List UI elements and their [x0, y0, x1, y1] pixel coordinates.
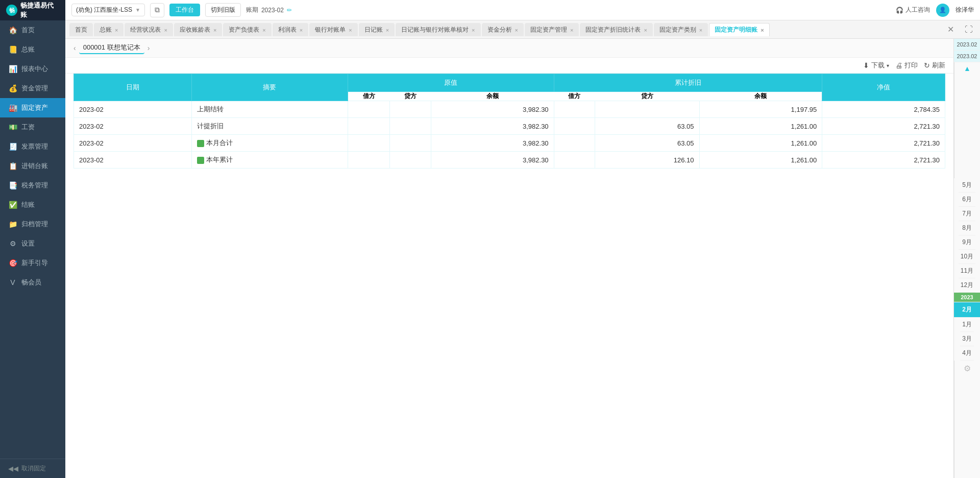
- up-arrow-icon[interactable]: ▲: [954, 62, 981, 178]
- sidebar-item-settle[interactable]: ✅结账: [0, 195, 65, 214]
- cell-debit1: [348, 135, 389, 152]
- refresh-button[interactable]: ↻ 刷新: [924, 61, 945, 70]
- period-month-11月[interactable]: 11月: [959, 264, 975, 278]
- unpin-button[interactable]: ◀◀ 取消固定: [0, 459, 65, 478]
- cell-debit2: [554, 101, 595, 118]
- tab-close-status[interactable]: ×: [164, 27, 167, 33]
- sidebar-item-invoice[interactable]: 🧾发票管理: [0, 137, 65, 156]
- tab-close-journal_bank[interactable]: ×: [472, 27, 475, 33]
- sidebar-item-home[interactable]: 🏠首页: [0, 20, 65, 40]
- customer-service-button[interactable]: 🎧 人工咨询: [896, 6, 930, 14]
- tab-fa_depr[interactable]: 固定资产折旧统计表×: [580, 23, 652, 36]
- copy-icon[interactable]: ⧉: [150, 3, 164, 17]
- tab-assets[interactable]: 资产负债表×: [223, 23, 271, 36]
- nav-forward-icon[interactable]: ›: [148, 44, 150, 52]
- tab-close-fa_category[interactable]: ×: [699, 27, 702, 33]
- period-month-after-3月[interactable]: 3月: [960, 332, 974, 346]
- col-balance2: 余额: [699, 92, 822, 101]
- period-month-5月[interactable]: 5月: [959, 178, 975, 193]
- tab-fa_mgmt[interactable]: 固定资产管理×: [525, 23, 579, 36]
- cell-credit1: [390, 135, 431, 152]
- tab-journal_bank[interactable]: 日记账与银行对账单核对×: [396, 23, 480, 36]
- refresh-label: 刷新: [932, 61, 945, 70]
- table-container: 日期 摘要 原值 累计折旧 净值 借方 贷方 余额 借方 贷方 余额: [65, 74, 953, 478]
- tab-close-fa_depr[interactable]: ×: [644, 27, 647, 33]
- cell-credit1: [390, 152, 431, 169]
- cell-balance1: 3,982.30: [431, 118, 554, 135]
- tab-close-fund_analysis[interactable]: ×: [515, 27, 518, 33]
- tab-general[interactable]: 总账×: [94, 23, 124, 36]
- sidebar-label-settings: 设置: [21, 239, 35, 248]
- tab-label-fa_detail: 固定资产明细账: [715, 26, 757, 34]
- edit-icon[interactable]: ✏: [287, 7, 292, 14]
- tab-status[interactable]: 经营状况表×: [125, 23, 173, 36]
- topbar-right: 🎧 人工咨询 👤 徐泽华: [896, 4, 974, 17]
- sidebar-item-payroll[interactable]: 💵工资: [0, 117, 65, 137]
- current-month[interactable]: 2月: [954, 302, 980, 318]
- tab-close-journal[interactable]: ×: [386, 27, 389, 33]
- sidebar-item-newbie[interactable]: 🎯新手引导: [0, 253, 65, 273]
- logo-icon: 畅: [6, 5, 17, 16]
- tab-receivable[interactable]: 应收账龄表×: [174, 23, 222, 36]
- download-icon: ⬇: [863, 61, 869, 69]
- breadcrumb-item[interactable]: 000001 联想笔记本: [79, 42, 144, 54]
- table-row: 2023-02 本月合计 3,982.30 63.05 1,261.00 2,7…: [74, 135, 945, 152]
- app-logo: 畅 畅捷通易代账: [0, 0, 65, 20]
- period-month-9月[interactable]: 9月: [959, 235, 975, 250]
- sidebar-item-tax[interactable]: 📑税务管理: [0, 176, 65, 195]
- period-month-after-1月[interactable]: 1月: [960, 318, 974, 332]
- tab-fa_category[interactable]: 固定资产类别×: [654, 23, 708, 36]
- tab-fund_analysis[interactable]: 资金分析×: [482, 23, 524, 36]
- tab-journal[interactable]: 日记账×: [359, 23, 395, 36]
- sidebar-item-archive[interactable]: 📁归档管理: [0, 214, 65, 234]
- tab-close-fa_detail[interactable]: ×: [761, 27, 764, 33]
- close-tab-icon[interactable]: ✕: [943, 22, 958, 37]
- tab-close-general[interactable]: ×: [115, 27, 118, 33]
- tab-fa_detail[interactable]: 固定资产明细账×: [709, 23, 769, 36]
- col-original-value: 原值: [348, 74, 554, 92]
- cell-debit2: [554, 152, 595, 169]
- main-content: ‹ 000001 联想笔记本 › ⬇ 下载 ▾ 🖨 打印 ↻ 刷新: [65, 39, 953, 478]
- company-selector[interactable]: (劝免) 江西服坐-LSS ▼: [71, 4, 145, 16]
- tab-close-assets[interactable]: ×: [262, 27, 265, 33]
- download-button[interactable]: ⬇ 下载 ▾: [863, 61, 889, 70]
- cell-debit1: [348, 118, 389, 135]
- tab-close-profit[interactable]: ×: [300, 27, 303, 33]
- tab-close-receivable[interactable]: ×: [213, 27, 216, 33]
- period-month-8月[interactable]: 8月: [959, 221, 975, 235]
- expand-tab-icon[interactable]: ⛶: [962, 22, 976, 37]
- sidebar-item-sales[interactable]: 📋进销台账: [0, 156, 65, 176]
- tab-close-bank[interactable]: ×: [349, 27, 352, 33]
- period-month-10月[interactable]: 10月: [959, 250, 975, 264]
- current-month-label: 2: [962, 306, 966, 313]
- cell-balance2: 1,261.00: [699, 152, 822, 169]
- sidebar-item-reports[interactable]: 📊报表中心: [0, 59, 65, 79]
- period-month-12月[interactable]: 12月: [959, 278, 975, 293]
- workbench-button[interactable]: 工作台: [169, 4, 200, 16]
- sidebar-item-capital[interactable]: 💰资金管理: [0, 79, 65, 98]
- download-label: 下载: [871, 61, 885, 70]
- settings-icon[interactable]: ⚙: [954, 361, 981, 478]
- print-label: 打印: [904, 61, 918, 70]
- period-month-after-4月[interactable]: 4月: [960, 346, 974, 361]
- tab-profit[interactable]: 利润表×: [273, 23, 308, 36]
- tab-home[interactable]: 首页: [69, 23, 93, 36]
- period-nav-top1[interactable]: 2023.02: [954, 39, 980, 51]
- sidebar-icon-reports: 📊: [8, 64, 17, 74]
- tab-bank[interactable]: 银行对账单×: [309, 23, 357, 36]
- sidebar-item-general[interactable]: 📒总账: [0, 40, 65, 59]
- tab-close-fa_mgmt[interactable]: ×: [570, 27, 573, 33]
- print-button[interactable]: 🖨 打印: [895, 61, 918, 70]
- sidebar-item-fixed_assets[interactable]: 🏭固定资产: [0, 98, 65, 117]
- customer-service-label: 人工咨询: [905, 6, 930, 14]
- nav-back-icon[interactable]: ‹: [74, 44, 76, 52]
- period-month-6月[interactable]: 6月: [959, 193, 975, 207]
- switch-button[interactable]: 切到旧版: [205, 3, 241, 17]
- sidebar-item-settings[interactable]: ⚙设置: [0, 234, 65, 253]
- sidebar-icon-capital: 💰: [8, 84, 17, 93]
- sidebar-item-vip[interactable]: V畅会员: [0, 273, 65, 292]
- period-nav-top2[interactable]: 2023.02: [954, 51, 980, 62]
- period-month-7月[interactable]: 7月: [959, 207, 975, 221]
- tab-label-assets: 资产负债表: [229, 26, 259, 34]
- cell-summary: 本月合计: [191, 135, 348, 152]
